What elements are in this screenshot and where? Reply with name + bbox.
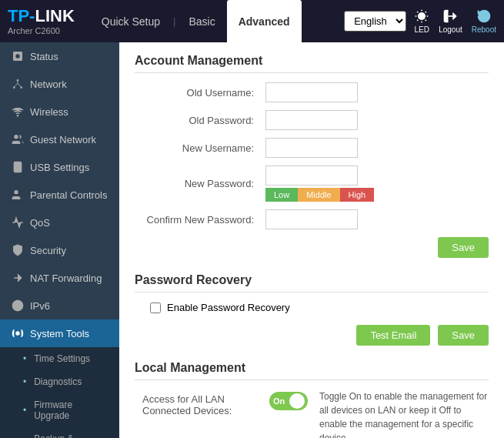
sidebar-label-ipv6: IPv6 [30,300,50,312]
test-email-button[interactable]: Test Email [356,325,430,346]
reboot-button[interactable]: Reboot [472,8,496,34]
new-username-input[interactable] [265,138,358,158]
new-password-input[interactable] [265,166,358,186]
svg-point-4 [17,79,19,82]
enable-recovery-checkbox[interactable] [150,303,161,313]
tab-quick-setup[interactable]: Quick Setup [90,0,172,42]
local-access-label: Access for All LANConnected Devices: [142,390,258,416]
sidebar: Status Network Wireless Guest Network US… [0,42,119,438]
old-username-row: Old Username: [135,82,489,102]
sidebar-label-qos: QoS [30,217,50,229]
sidebar-label-usb: USB Settings [30,162,89,173]
sidebar-item-parental[interactable]: Parental Controls [0,181,119,209]
new-password-label: New Password: [135,178,265,189]
sidebar-item-system-tools[interactable]: System Tools [0,319,119,347]
sidebar-sub-label-firmware: Firmware Upgrade [34,400,108,421]
nav-tabs: Quick Setup | Basic Advanced [90,0,336,42]
header-right: English LED Logout Reboot [344,8,496,34]
sidebar-label-parental: Parental Controls [30,189,107,201]
strength-mid: Middle [298,188,339,202]
led-button[interactable]: LED [414,8,429,34]
sidebar-sub-time[interactable]: Time Settings [0,347,119,370]
svg-point-3 [15,54,19,58]
logout-button[interactable]: Logout [439,8,462,34]
account-management-title: Account Management [135,54,489,73]
strength-low: Low [265,188,298,202]
svg-point-7 [17,115,18,116]
recovery-btn-row: Test Email Save [135,325,489,346]
new-password-row: New Password: Low Middle High [135,166,489,202]
account-save-row: Save [135,237,489,258]
local-access-row: Access for All LANConnected Devices: On … [135,390,489,438]
sidebar-sub-backup[interactable]: Backup & Restore [0,427,119,438]
reboot-label: Reboot [472,25,496,34]
sidebar-item-security[interactable]: Security [0,236,119,264]
new-username-row: New Username: [135,138,489,158]
svg-point-0 [418,12,426,20]
sidebar-sub-diag[interactable]: Diagnostics [0,370,119,393]
logo: TP- LINK Archer C2600 [8,8,75,35]
sidebar-label-system-tools: System Tools [30,328,89,339]
old-password-row: Old Password: [135,110,489,130]
account-save-button[interactable]: Save [438,237,489,258]
sidebar-submenu: Time Settings Diagnostics Firmware Upgra… [0,347,119,438]
strength-high: High [340,188,375,202]
old-username-input[interactable] [265,82,358,102]
old-password-label: Old Password: [135,115,265,126]
sidebar-sub-label-backup: Backup & Restore [34,433,108,438]
svg-point-10 [14,190,18,194]
sidebar-label-guest: Guest Network [30,134,96,145]
confirm-password-label: Confirm New Password: [135,214,265,226]
local-desc: Toggle On to enable the management for a… [319,390,489,438]
old-password-input[interactable] [265,110,358,130]
sidebar-item-usb[interactable]: USB Settings [0,153,119,181]
logout-label: Logout [439,25,462,34]
language-select[interactable]: English [344,11,406,32]
confirm-password-input[interactable] [265,209,358,229]
logo-tp: TP- [8,8,35,25]
toggle-inner: On [269,392,308,410]
enable-recovery-row: Enable Password Recovery [135,302,489,313]
password-strength: Low Middle High [265,188,374,202]
toggle-label: On [273,396,285,406]
sidebar-label-network: Network [30,79,67,90]
svg-point-6 [20,86,22,89]
confirm-password-row: Confirm New Password: [135,209,489,229]
header: TP- LINK Archer C2600 Quick Setup | Basi… [0,0,504,42]
sidebar-label-security: Security [30,245,66,256]
sidebar-label-wireless: Wireless [30,106,68,118]
local-toggle[interactable]: On [269,392,308,410]
layout: Status Network Wireless Guest Network US… [0,42,504,438]
sidebar-sub-firmware[interactable]: Firmware Upgrade [0,393,119,427]
sidebar-item-status[interactable]: Status [0,42,119,70]
tab-basic[interactable]: Basic [177,0,226,42]
old-username-label: Old Username: [135,87,265,99]
sidebar-item-ipv6[interactable]: IPv6 [0,292,119,319]
sidebar-item-guest[interactable]: Guest Network [0,125,119,153]
sidebar-label-nat: NAT Forwarding [30,272,102,284]
account-management-section: Account Management Old Username: Old Pas… [135,54,489,258]
sidebar-item-wireless[interactable]: Wireless [0,98,119,125]
model-name: Archer C2600 [8,26,75,35]
sidebar-item-network[interactable]: Network [0,70,119,98]
led-label: LED [414,25,429,34]
local-management-section: Local Management Access for All LANConne… [135,361,489,438]
sidebar-item-nat[interactable]: NAT Forwarding [0,264,119,292]
sidebar-sub-label-time: Time Settings [34,353,90,364]
svg-point-8 [14,135,18,139]
sidebar-sub-label-diag: Diagnostics [34,376,82,387]
password-recovery-section: Password Recovery Enable Password Recove… [135,273,489,346]
sidebar-item-qos[interactable]: QoS [0,209,119,236]
svg-point-12 [16,332,19,335]
recovery-save-button[interactable]: Save [438,325,489,346]
header-icons: LED Logout Reboot [414,8,496,34]
svg-point-5 [13,86,15,89]
new-username-label: New Username: [135,142,265,154]
tab-advanced[interactable]: Advanced [227,0,302,42]
toggle-knob [289,393,305,409]
enable-recovery-label: Enable Password Recovery [167,302,290,313]
sidebar-label-status: Status [30,51,58,62]
local-management-title: Local Management [135,361,489,380]
main-content: Account Management Old Username: Old Pas… [119,42,504,438]
logo-link: LINK [35,8,74,25]
